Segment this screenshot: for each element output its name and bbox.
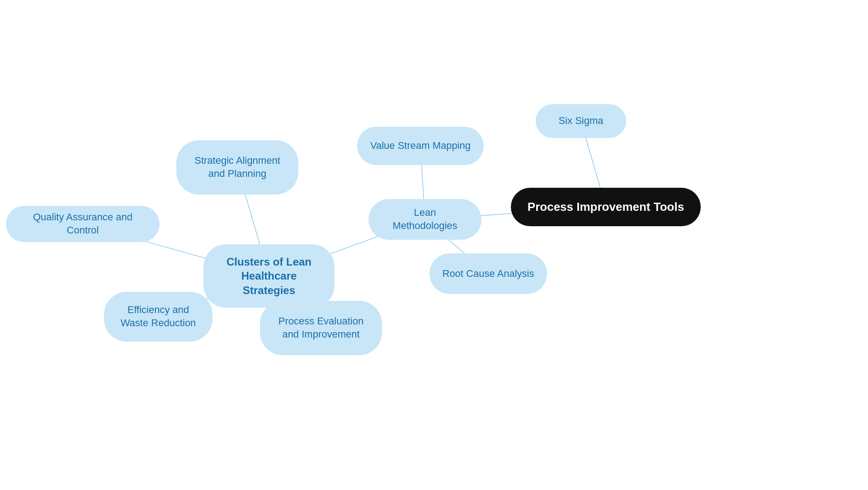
center-node: Clusters of Lean Healthcare Strategies bbox=[203, 244, 335, 308]
vsm-node: Value Stream Mapping bbox=[357, 127, 484, 165]
six-sigma-node: Six Sigma bbox=[536, 104, 626, 138]
mind-map-connections bbox=[0, 0, 868, 490]
strategic-node: Strategic Alignment and Planning bbox=[176, 140, 298, 195]
efficiency-node: Efficiency and Waste Reduction bbox=[104, 292, 212, 342]
lean-meth-node: Lean Methodologies bbox=[368, 199, 481, 240]
rca-node: Root Cause Analysis bbox=[429, 253, 547, 294]
process-eval-node: Process Evaluation and Improvement bbox=[260, 301, 382, 355]
process-tools-node: Process Improvement Tools bbox=[511, 188, 701, 226]
quality-node: Quality Assurance and Control bbox=[6, 206, 160, 242]
